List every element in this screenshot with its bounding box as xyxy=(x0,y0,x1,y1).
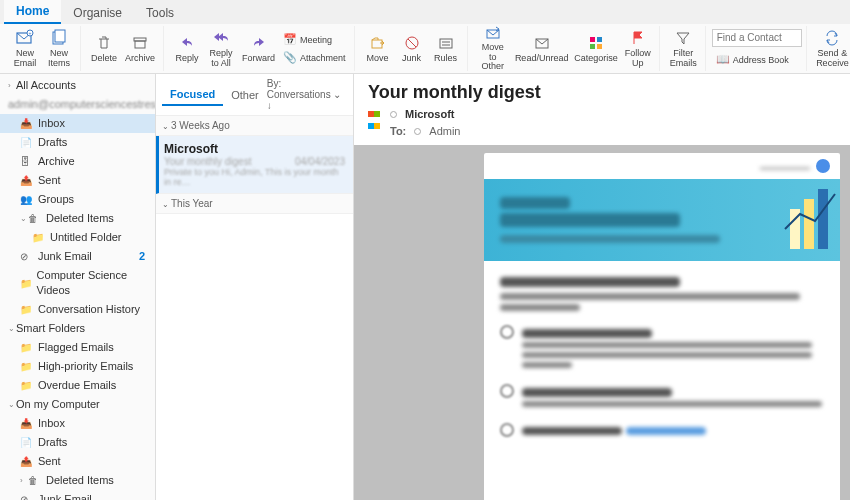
folder-omc-inbox[interactable]: 📥Inbox xyxy=(0,414,155,433)
folder-all-accounts[interactable]: ›All Accounts xyxy=(0,76,155,95)
move-to-other-button[interactable]: Move to Other xyxy=(474,26,513,72)
attachment-icon: 📎 xyxy=(283,51,297,65)
move-label: Move xyxy=(367,54,389,64)
bullet-icon xyxy=(500,423,514,437)
reply-icon xyxy=(178,34,196,52)
tab-bar: Home Organise Tools xyxy=(0,0,850,24)
svg-rect-22 xyxy=(804,199,814,249)
chevron-right-icon: › xyxy=(8,78,16,93)
email-content-card: ▬▬▬▬▬ xyxy=(484,153,840,500)
svg-rect-9 xyxy=(440,39,452,48)
folder-inbox[interactable]: 📥Inbox xyxy=(0,114,155,133)
folder-archive[interactable]: 🗄Archive xyxy=(0,152,155,171)
trash-folder-icon: 🗑 xyxy=(28,211,42,226)
new-items-label: New Items xyxy=(48,49,70,69)
tab-organise[interactable]: Organise xyxy=(61,2,134,24)
folder-overdue[interactable]: 📁Overdue Emails xyxy=(0,376,155,395)
folder-drafts[interactable]: 📄Drafts xyxy=(0,133,155,152)
meeting-button[interactable]: 📅Meeting xyxy=(279,31,350,49)
folder-junk[interactable]: ⊘Junk Email2 xyxy=(0,247,155,266)
message-date: 04/04/2023 xyxy=(295,156,345,167)
reply-all-button[interactable]: Reply to All xyxy=(204,26,238,72)
find-contact-input[interactable] xyxy=(712,29,802,47)
folder-conv-history[interactable]: 📁Conversation History xyxy=(0,300,155,319)
email-sender: Microsoft xyxy=(405,108,455,120)
tab-tools[interactable]: Tools xyxy=(134,2,186,24)
address-book-button[interactable]: 📖Address Book xyxy=(712,51,802,69)
send-receive-icon xyxy=(823,29,841,47)
move-icon xyxy=(369,34,387,52)
reply-button[interactable]: Reply xyxy=(170,26,204,72)
address-book-icon: 📖 xyxy=(716,53,730,67)
tab-other[interactable]: Other xyxy=(223,85,267,105)
deleted-label: Deleted Items xyxy=(46,211,114,226)
move-to-label: Move to Other xyxy=(478,43,509,73)
folder-omc-junk[interactable]: ⊘Junk Email xyxy=(0,490,155,500)
folder-omc-drafts[interactable]: 📄Drafts xyxy=(0,433,155,452)
folder-icon: 📁 xyxy=(20,302,34,317)
folder-deleted[interactable]: ⌄🗑Deleted Items xyxy=(0,209,155,228)
junk-folder-icon: ⊘ xyxy=(20,249,34,264)
email-hero xyxy=(484,179,840,261)
send-receive-button[interactable]: Send & Receive xyxy=(813,26,850,72)
drafts-label: Drafts xyxy=(38,135,67,150)
svg-rect-7 xyxy=(372,40,382,48)
tab-home[interactable]: Home xyxy=(4,0,61,24)
reading-body[interactable]: ▬▬▬▬▬ xyxy=(354,145,850,500)
folder-omc-deleted[interactable]: ›🗑Deleted Items xyxy=(0,471,155,490)
presence-status-icon xyxy=(390,111,397,118)
filter-icon xyxy=(674,29,692,47)
new-items-button[interactable]: New Items xyxy=(42,26,76,72)
omc-label: On my Computer xyxy=(16,397,100,412)
new-email-button[interactable]: + New Email xyxy=(8,26,42,72)
folder-omc-header[interactable]: ⌄On my Computer xyxy=(0,395,155,414)
rules-button[interactable]: Rules xyxy=(429,26,463,72)
chevron-down-icon: ⌄ xyxy=(162,200,169,209)
folder-icon: 📁 xyxy=(32,230,46,245)
chevron-down-icon: ⌄ xyxy=(8,397,16,412)
svg-rect-15 xyxy=(597,44,602,49)
folder-sent[interactable]: 📤Sent xyxy=(0,171,155,190)
meeting-icon: 📅 xyxy=(283,33,297,47)
junk-icon xyxy=(403,34,421,52)
folder-groups[interactable]: 👥Groups xyxy=(0,190,155,209)
delete-button[interactable]: Delete xyxy=(87,26,121,72)
message-from: Microsoft xyxy=(164,142,345,156)
forward-label: Forward xyxy=(242,54,275,64)
ribbon: + New Email New Items Delete Archive Rep… xyxy=(0,24,850,74)
categorise-label: Categorise xyxy=(574,54,618,64)
folder-smart-header[interactable]: ⌄Smart Folders xyxy=(0,319,155,338)
categorise-icon xyxy=(587,34,605,52)
junk-button[interactable]: Junk xyxy=(395,26,429,72)
rules-icon xyxy=(437,34,455,52)
presence-status-icon xyxy=(414,128,421,135)
follow-up-button[interactable]: Follow Up xyxy=(621,26,655,72)
message-item[interactable]: Microsoft Your monthly digest 04/04/2023… xyxy=(156,136,353,194)
tab-focused[interactable]: Focused xyxy=(162,84,223,106)
folder-untitled[interactable]: 📁Untitled Folder xyxy=(0,228,155,247)
categorise-button[interactable]: Categorise xyxy=(571,26,621,72)
read-unread-button[interactable]: Read/Unread xyxy=(512,26,571,72)
attachment-button[interactable]: 📎Attachment xyxy=(279,49,350,67)
folder-high-priority[interactable]: 📁High-priority Emails xyxy=(0,357,155,376)
new-email-label: New Email xyxy=(14,49,37,69)
folder-account[interactable]: admin@computersciencestress.com xyxy=(0,95,155,114)
archive-button[interactable]: Archive xyxy=(121,26,159,72)
message-group-thisyear[interactable]: ⌄This Year xyxy=(156,194,353,214)
new-email-icon: + xyxy=(16,29,34,47)
filter-emails-button[interactable]: Filter Emails xyxy=(666,26,701,72)
folder-csv[interactable]: 📁Computer Science Videos xyxy=(0,266,155,300)
sort-by-conversations[interactable]: By: Conversations ⌄ ↓ xyxy=(267,78,347,111)
high-pri-label: High-priority Emails xyxy=(38,359,133,374)
forward-icon xyxy=(250,34,268,52)
forward-button[interactable]: Forward xyxy=(238,26,279,72)
drafts-icon: 📄 xyxy=(20,135,34,150)
omc-sent-label: Sent xyxy=(38,454,61,469)
message-group-3weeks[interactable]: ⌄3 Weeks Ago xyxy=(156,116,353,136)
junk-label: Junk xyxy=(402,54,421,64)
folder-omc-sent[interactable]: 📤Sent xyxy=(0,452,155,471)
move-button[interactable]: Move xyxy=(361,26,395,72)
folder-flagged[interactable]: 📁Flagged Emails xyxy=(0,338,155,357)
sent-icon: 📤 xyxy=(20,173,34,188)
message-subject: Your monthly digest xyxy=(164,156,251,167)
